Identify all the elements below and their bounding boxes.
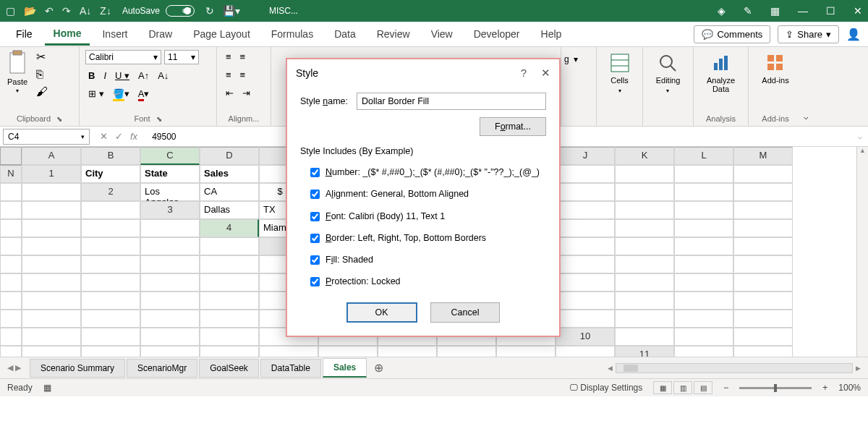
tab-developer[interactable]: Developer bbox=[465, 24, 529, 44]
tab-home[interactable]: Home bbox=[45, 23, 90, 46]
cell[interactable] bbox=[615, 328, 674, 346]
cancel-formula-icon[interactable]: ✕ bbox=[100, 131, 108, 142]
cell[interactable] bbox=[200, 255, 259, 273]
cell[interactable] bbox=[615, 273, 674, 292]
row-header[interactable]: 1 bbox=[22, 165, 81, 183]
sheet-tab[interactable]: DataTable bbox=[260, 359, 321, 378]
cell[interactable] bbox=[556, 219, 615, 237]
cell[interactable] bbox=[22, 255, 81, 273]
page-layout-view-icon[interactable]: ▥ bbox=[673, 381, 692, 394]
cell[interactable] bbox=[22, 292, 81, 310]
cell[interactable] bbox=[22, 201, 81, 219]
cell[interactable] bbox=[615, 219, 674, 237]
cell[interactable] bbox=[22, 346, 81, 357]
cell[interactable] bbox=[556, 183, 615, 201]
cell[interactable] bbox=[22, 237, 81, 255]
display-settings-button[interactable]: 🖵 Display Settings bbox=[569, 383, 642, 393]
decrease-indent-icon[interactable]: ⇤ bbox=[223, 86, 237, 100]
analyze-data-button[interactable]: Analyze Data bbox=[699, 50, 742, 96]
horizontal-scrollbar[interactable] bbox=[616, 363, 853, 373]
cell[interactable]: Los Angeles bbox=[140, 183, 200, 201]
zoom-slider[interactable] bbox=[739, 387, 812, 389]
save-icon[interactable]: 💾▾ bbox=[223, 5, 240, 17]
cell[interactable] bbox=[615, 183, 674, 201]
enter-formula-icon[interactable]: ✓ bbox=[115, 131, 123, 142]
cell[interactable] bbox=[733, 346, 793, 357]
row-header[interactable]: 11 bbox=[615, 346, 674, 357]
column-header[interactable]: B bbox=[81, 147, 140, 165]
macro-icon[interactable]: ▦ bbox=[43, 383, 51, 393]
cell[interactable] bbox=[674, 310, 733, 328]
align-center-icon[interactable]: ≡ bbox=[237, 68, 249, 82]
cell[interactable] bbox=[733, 310, 793, 328]
cell[interactable] bbox=[81, 292, 140, 310]
page-break-view-icon[interactable]: ▤ bbox=[694, 381, 712, 394]
row-header[interactable]: 4 bbox=[200, 219, 259, 237]
align-left-icon[interactable]: ≡ bbox=[223, 68, 234, 82]
cell[interactable] bbox=[259, 346, 318, 357]
name-box[interactable]: C4▾ bbox=[3, 129, 90, 145]
cell[interactable] bbox=[615, 310, 674, 328]
cell[interactable] bbox=[0, 273, 22, 292]
column-header[interactable]: L bbox=[674, 147, 733, 165]
fill-checkbox[interactable] bbox=[310, 255, 320, 265]
cell[interactable] bbox=[140, 310, 200, 328]
row-header[interactable]: 10 bbox=[556, 328, 615, 346]
collapse-ribbon-icon[interactable]: ⌵ bbox=[804, 112, 809, 122]
cell[interactable] bbox=[81, 219, 140, 237]
column-header[interactable]: N bbox=[0, 165, 22, 183]
comments-button[interactable]: 💬Comments bbox=[694, 25, 770, 43]
zoom-in-icon[interactable]: + bbox=[822, 383, 827, 393]
column-header[interactable]: D bbox=[200, 147, 259, 165]
column-header[interactable]: K bbox=[615, 147, 674, 165]
fx-icon[interactable]: fx bbox=[130, 131, 137, 142]
border-button[interactable]: ⊞ ▾ bbox=[85, 87, 107, 101]
cell[interactable] bbox=[733, 255, 793, 273]
tab-insert[interactable]: Insert bbox=[93, 24, 136, 44]
zoom-level[interactable]: 100% bbox=[838, 383, 861, 393]
cell[interactable] bbox=[0, 346, 22, 357]
cell[interactable]: Dallas bbox=[200, 201, 259, 219]
decrease-font-icon[interactable]: A↓ bbox=[155, 69, 171, 82]
tab-formulas[interactable]: Formulas bbox=[263, 24, 322, 44]
editing-button[interactable]: Editing▾ bbox=[653, 50, 684, 97]
cell[interactable] bbox=[674, 237, 733, 255]
column-header[interactable]: J bbox=[556, 147, 615, 165]
format-painter-icon[interactable]: 🖌 bbox=[36, 85, 48, 98]
font-name-combo[interactable]: Calibri▾ bbox=[85, 50, 161, 64]
autosave-toggle[interactable]: AutoSave Off bbox=[122, 5, 195, 17]
cell[interactable]: State bbox=[140, 165, 200, 183]
cell[interactable]: City bbox=[81, 165, 140, 183]
italic-button[interactable]: I bbox=[101, 69, 109, 82]
close-icon[interactable]: ✕ bbox=[854, 5, 862, 17]
cell[interactable] bbox=[81, 328, 140, 346]
cell[interactable] bbox=[437, 346, 496, 357]
cell[interactable] bbox=[733, 292, 793, 310]
cell[interactable]: Sales bbox=[200, 165, 259, 183]
sheet-tab-active[interactable]: Sales bbox=[323, 358, 367, 378]
maximize-icon[interactable]: ☐ bbox=[826, 5, 835, 17]
ribbon-options-icon[interactable]: ▦ bbox=[770, 5, 780, 17]
select-all-corner[interactable] bbox=[0, 147, 22, 165]
cell[interactable] bbox=[0, 310, 22, 328]
cell[interactable] bbox=[733, 237, 793, 255]
cell[interactable] bbox=[200, 237, 259, 255]
cell[interactable] bbox=[674, 201, 733, 219]
column-header[interactable]: M bbox=[733, 147, 793, 165]
close-icon[interactable]: ✕ bbox=[541, 67, 550, 80]
cell[interactable] bbox=[140, 273, 200, 292]
cell[interactable] bbox=[674, 219, 733, 237]
sheet-nav[interactable]: ◀ ▶ bbox=[7, 363, 28, 373]
cell[interactable] bbox=[22, 273, 81, 292]
cell[interactable] bbox=[674, 183, 733, 201]
tab-draw[interactable]: Draw bbox=[140, 24, 181, 44]
expand-formula-icon[interactable]: ⌵ bbox=[852, 132, 868, 140]
cell[interactable] bbox=[556, 346, 615, 357]
sheet-tab[interactable]: ScenarioMgr bbox=[127, 359, 197, 378]
increase-font-icon[interactable]: A↑ bbox=[135, 69, 152, 82]
cell[interactable] bbox=[615, 292, 674, 310]
cell[interactable] bbox=[733, 328, 793, 346]
number-checkbox[interactable] bbox=[310, 168, 320, 177]
cell[interactable] bbox=[0, 219, 22, 237]
copy-icon[interactable]: ⎘ bbox=[36, 68, 48, 81]
